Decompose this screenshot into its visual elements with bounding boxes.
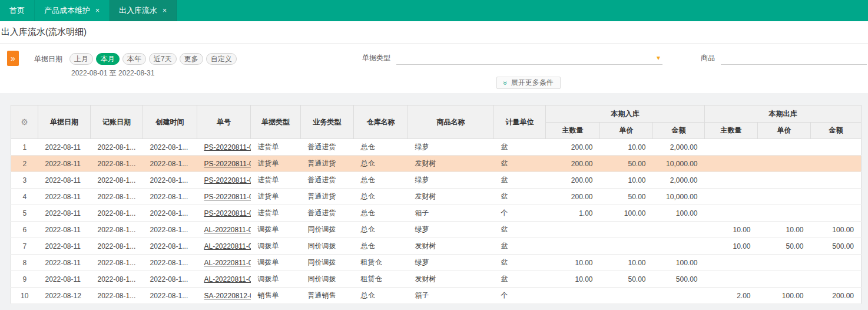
- doc-no-link[interactable]: AL-20220811-0: [204, 259, 251, 267]
- cell-create-time: 2022-08-1...: [143, 238, 197, 255]
- cell-out-amount: 500.00: [811, 238, 862, 255]
- tab-label: 产品成本维护: [44, 5, 90, 16]
- doc-type-select[interactable]: ▾: [396, 52, 662, 65]
- doc-no-link[interactable]: PS-20220811-0: [204, 143, 251, 151]
- cell-doc-no: AL-20220811-0: [197, 222, 251, 238]
- doc-no-link[interactable]: PS-20220811-0: [204, 176, 251, 184]
- chevron-down-icon: ▾: [657, 54, 660, 61]
- cell-in-qty: 10.00: [546, 271, 600, 288]
- date-chip-option[interactable]: 本年: [122, 53, 146, 65]
- cell-create-time: 2022-08-1...: [143, 205, 197, 222]
- doc-no-link[interactable]: AL-20220811-0: [204, 242, 251, 250]
- cell-unit: 盆: [494, 156, 546, 172]
- cell-doc-type: 调拨单: [251, 238, 301, 255]
- doc-no-link[interactable]: PS-20220811-0: [204, 193, 251, 201]
- doc-no-link[interactable]: PS-20220811-0: [204, 209, 251, 217]
- cell-out-price: [758, 172, 811, 189]
- col-header-create-time: 创建时间: [143, 105, 197, 139]
- col-header-doc-no: 单号: [197, 105, 251, 139]
- cell-doc-no: PS-20220811-0: [197, 172, 251, 189]
- close-icon[interactable]: ×: [95, 7, 100, 14]
- cell-warehouse: 总仓: [354, 288, 408, 304]
- cell-out-price: [758, 156, 811, 172]
- cell-doc-type: 进货单: [251, 172, 301, 189]
- cell-in-amount: [653, 288, 705, 304]
- table-row[interactable]: 32022-08-112022-08-1...2022-08-1...PS-20…: [11, 172, 862, 189]
- table-row[interactable]: 82022-08-112022-08-1...2022-08-1...AL-20…: [11, 255, 862, 271]
- cell-in-qty: 200.00: [546, 172, 600, 189]
- table-row[interactable]: 72022-08-112022-08-1...2022-08-1...AL-20…: [11, 238, 862, 255]
- cell-product: 绿萝: [408, 222, 494, 238]
- cell-in-amount: 10,000.00: [653, 156, 705, 172]
- tab-inout-flow[interactable]: 出入库流水 ×: [110, 0, 177, 21]
- cell-in-price: 50.00: [600, 156, 653, 172]
- doc-no-link[interactable]: AL-20220811-0: [204, 275, 251, 283]
- cell-warehouse: 租赁仓: [354, 271, 408, 288]
- cell-doc-type: 调拨单: [251, 222, 301, 238]
- row-index: 10: [11, 288, 38, 304]
- doc-type-label: 单据类型: [362, 53, 390, 65]
- date-filter-label: 单据日期: [34, 54, 62, 64]
- table-row[interactable]: 92022-08-112022-08-1...2022-08-1...AL-20…: [11, 271, 862, 288]
- cell-unit: 盆: [494, 271, 546, 288]
- cell-out-price: 100.00: [758, 288, 811, 304]
- table-row[interactable]: 52022-08-112022-08-1...2022-08-1...PS-20…: [11, 205, 862, 222]
- col-header-product: 商品名称: [408, 105, 494, 139]
- cell-biz-type: 普通进货: [301, 139, 354, 156]
- cell-biz-type: 同价调拨: [301, 271, 354, 288]
- cell-in-price: [600, 288, 653, 304]
- cell-book-date: 2022-08-1...: [91, 255, 143, 271]
- cell-doc-no: PS-20220811-0: [197, 139, 251, 156]
- table-row[interactable]: 22022-08-112022-08-1...2022-08-1...PS-20…: [11, 156, 862, 172]
- table-region: ⚙ 单据日期 记账日期 创建时间 单号 单据类型 业务类型 仓库名称 商品名称 …: [0, 93, 868, 310]
- table-row[interactable]: 102022-08-122022-08-1...2022-08-1...SA-2…: [11, 288, 862, 304]
- tab-product-cost[interactable]: 产品成本维护 ×: [35, 0, 110, 21]
- product-input[interactable]: [721, 52, 867, 65]
- col-header-biz-type: 业务类型: [301, 105, 354, 139]
- cell-out-qty: [705, 205, 758, 222]
- expand-more-button[interactable]: » 展开更多条件: [496, 77, 561, 89]
- table-body: 12022-08-112022-08-1...2022-08-1...PS-20…: [11, 139, 862, 304]
- gear-icon[interactable]: ⚙: [21, 117, 28, 127]
- cell-out-amount: [811, 271, 862, 288]
- cell-out-price: 50.00: [758, 238, 811, 255]
- cell-out-amount: [811, 156, 862, 172]
- cell-product: 绿萝: [408, 139, 494, 156]
- cell-doc-type: 调拨单: [251, 271, 301, 288]
- sidebar-expand-button[interactable]: »: [7, 51, 19, 66]
- cell-warehouse: 总仓: [354, 205, 408, 222]
- date-chip-option[interactable]: 自定义: [206, 53, 237, 65]
- cell-out-amount: 100.00: [811, 222, 862, 238]
- doc-no-link[interactable]: SA-20220812-0: [204, 292, 251, 300]
- table-row[interactable]: 42022-08-112022-08-1...2022-08-1...PS-20…: [11, 189, 862, 205]
- table-row[interactable]: 12022-08-112022-08-1...2022-08-1...PS-20…: [11, 139, 862, 156]
- cell-book-date: 2022-08-1...: [91, 139, 143, 156]
- cell-in-amount: 100.00: [653, 205, 705, 222]
- row-index: 6: [11, 222, 38, 238]
- cell-product: 绿萝: [408, 172, 494, 189]
- cell-in-amount: 100.00: [653, 255, 705, 271]
- row-index: 8: [11, 255, 38, 271]
- cell-biz-type: 普通进货: [301, 205, 354, 222]
- tab-home[interactable]: 首页: [0, 0, 35, 21]
- date-chip-option[interactable]: 更多: [180, 53, 203, 65]
- doc-no-link[interactable]: AL-20220811-0: [204, 226, 251, 234]
- title-bar: 出入库流水(流水明细): [0, 21, 868, 44]
- cell-in-amount: 10,000.00: [653, 189, 705, 205]
- cell-unit: 盆: [494, 222, 546, 238]
- cell-in-amount: 2,000.00: [653, 139, 705, 156]
- cell-unit: 盆: [494, 139, 546, 156]
- cell-doc-no: PS-20220811-0: [197, 189, 251, 205]
- close-icon[interactable]: ×: [163, 7, 167, 14]
- table-row[interactable]: 62022-08-112022-08-1...2022-08-1...AL-20…: [11, 222, 862, 238]
- date-chip-option[interactable]: 近7天: [149, 53, 177, 65]
- date-chip-option[interactable]: 上月: [69, 53, 93, 65]
- row-index: 9: [11, 271, 38, 288]
- doc-no-link[interactable]: PS-20220811-0: [204, 160, 251, 168]
- date-chip-selected[interactable]: 本月: [96, 53, 120, 65]
- cell-doc-type: 进货单: [251, 156, 301, 172]
- cell-in-price: [600, 222, 653, 238]
- cell-doc-type: 进货单: [251, 205, 301, 222]
- cell-out-price: [758, 271, 811, 288]
- product-field: 商品: [701, 52, 867, 65]
